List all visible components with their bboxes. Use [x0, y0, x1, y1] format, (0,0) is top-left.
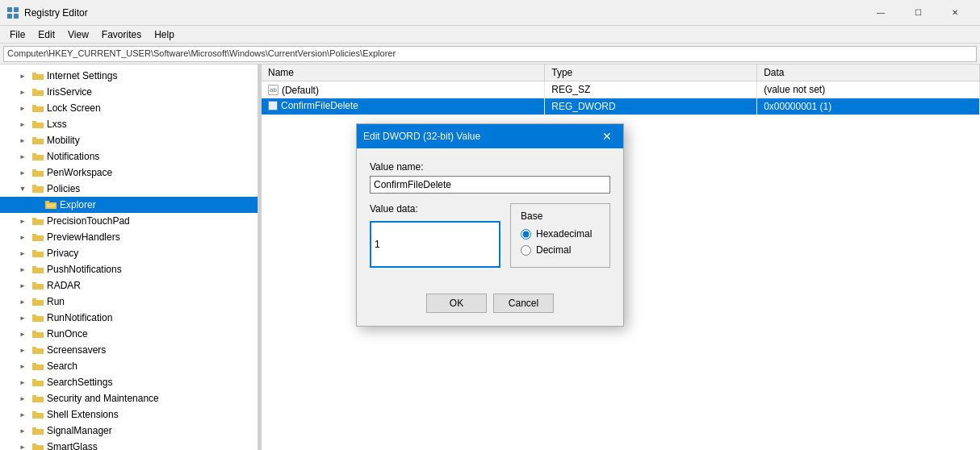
decimal-label: Decimal: [536, 244, 571, 256]
value-data-row: Value data: Base Hexadecimal Decimal: [370, 203, 610, 268]
dialog-title: Edit DWORD (32-bit) Value: [363, 131, 480, 142]
edit-dword-dialog: Edit DWORD (32-bit) Value ✕ Value name: …: [356, 123, 624, 327]
hexadecimal-radio[interactable]: [521, 229, 531, 240]
base-label: Base: [521, 210, 600, 222]
value-name-input[interactable]: [370, 176, 610, 194]
dialog-close-button[interactable]: ✕: [597, 127, 617, 146]
ok-button[interactable]: OK: [426, 294, 487, 313]
modal-overlay: Edit DWORD (32-bit) Value ✕ Value name: …: [0, 0, 980, 450]
decimal-radio[interactable]: [521, 245, 531, 256]
value-name-field: Value name:: [370, 161, 610, 194]
value-data-label: Value data:: [370, 203, 500, 215]
value-data-input[interactable]: [370, 221, 500, 268]
dialog-body: Value name: Value data: Base Hexadecimal: [357, 148, 623, 294]
dialog-buttons: OK Cancel: [357, 294, 623, 326]
dialog-title-bar: Edit DWORD (32-bit) Value ✕: [357, 124, 623, 148]
hexadecimal-radio-row: Hexadecimal: [521, 228, 600, 240]
hexadecimal-label: Hexadecimal: [536, 228, 592, 240]
base-group: Base Hexadecimal Decimal: [510, 203, 610, 268]
value-name-label: Value name:: [370, 161, 610, 173]
decimal-radio-row: Decimal: [521, 244, 600, 256]
cancel-button[interactable]: Cancel: [493, 294, 554, 313]
